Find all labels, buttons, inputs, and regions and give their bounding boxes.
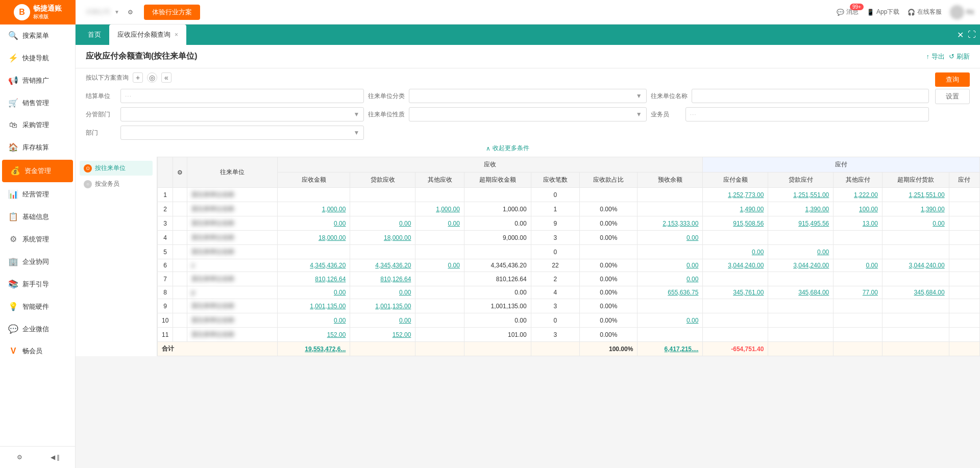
table-cell[interactable]: 0.00 [703, 245, 768, 259]
table-cell[interactable] [703, 272, 768, 286]
table-cell[interactable] [768, 328, 834, 342]
sidebar-item-enterprise[interactable]: 🏢 企业协同 [0, 251, 75, 273]
table-cell[interactable]: 0.00 [638, 272, 703, 286]
tab-active[interactable]: 应收应付余额查询 × [109, 24, 186, 45]
table-cell[interactable]: 100.00 [834, 202, 883, 216]
sidebar-item-basic[interactable]: 📋 基础信息 [0, 206, 75, 228]
app-download-button[interactable]: 📱 App下载 [867, 8, 899, 16]
sidebar-item-finance[interactable]: 💰 资金管理 [2, 160, 73, 182]
table-cell[interactable]: 345,684.00 [768, 286, 834, 299]
partner-name-input[interactable] [692, 89, 929, 103]
table-cell[interactable] [350, 245, 415, 259]
table-cell[interactable]: 1,251,551.00 [768, 188, 834, 202]
table-cell[interactable]: 18,000.00 [277, 231, 350, 245]
table-cell[interactable]: 0.00 [277, 286, 350, 299]
sidebar-item-smart[interactable]: 💡 智能硬件 [0, 295, 75, 318]
table-cell[interactable] [415, 313, 464, 328]
filter-settings-button[interactable]: ◎ [147, 72, 157, 83]
partner-nature-input[interactable]: ▼ [409, 107, 646, 121]
table-cell[interactable] [277, 188, 350, 202]
sidebar-collapse-button[interactable]: ◀ ‖ [40, 451, 71, 464]
th-settings[interactable]: ⚙ [173, 157, 187, 188]
set-button[interactable]: 设置 [935, 89, 970, 104]
filter-add-button[interactable]: + [133, 72, 143, 83]
table-cell[interactable] [415, 299, 464, 313]
dept2-input[interactable]: ▼ [120, 126, 364, 140]
export-button[interactable]: ↑ 导出 [926, 52, 945, 61]
table-cell[interactable] [415, 188, 464, 202]
table-cell[interactable]: 1,252,773.00 [703, 188, 768, 202]
table-cell[interactable]: 1,390.00 [768, 202, 834, 216]
refresh-button[interactable]: ↺ 刷新 [949, 52, 970, 61]
table-cell[interactable]: 810,126.64 [277, 272, 350, 286]
table-cell[interactable]: 345,684.00 [882, 286, 949, 299]
table-cell[interactable] [834, 328, 883, 342]
trial-button[interactable]: 体验行业方案 [144, 5, 200, 20]
table-cell[interactable] [703, 313, 768, 328]
sidebar-item-member[interactable]: V 畅会员 [0, 340, 75, 362]
table-cell[interactable] [768, 313, 834, 328]
table-cell[interactable] [703, 231, 768, 245]
table-cell[interactable]: 18,000.00 [350, 231, 415, 245]
sidebar-item-wechat[interactable]: 💬 企业微信 [0, 318, 75, 340]
table-cell[interactable] [638, 328, 703, 342]
tab-home[interactable]: 首页 [80, 24, 109, 45]
table-cell[interactable]: 0.00 [638, 231, 703, 245]
filter-collapse-toggle[interactable]: ∧ 收起更多条件 [86, 144, 929, 153]
table-cell[interactable] [834, 245, 883, 259]
user-profile[interactable]: Rit [950, 5, 974, 19]
table-cell[interactable] [768, 272, 834, 286]
table-cell[interactable]: 915,495.56 [768, 216, 834, 231]
panel-item-by-salesperson[interactable]: ○ 按业务员 [80, 177, 153, 191]
table-cell[interactable] [415, 231, 464, 245]
table-cell[interactable]: 1,000.00 [277, 202, 350, 216]
table-cell[interactable]: 13.00 [834, 216, 883, 231]
table-cell[interactable] [277, 245, 350, 259]
online-service-button[interactable]: 🎧 在线客服 [908, 8, 942, 16]
table-cell[interactable] [882, 272, 949, 286]
table-cell[interactable] [415, 272, 464, 286]
sidebar-item-sales[interactable]: 🛒 销售管理 [0, 92, 75, 114]
query-button[interactable]: 查询 [935, 72, 970, 87]
settlement-input[interactable]: ··· [120, 89, 364, 103]
table-cell[interactable] [834, 313, 883, 328]
table-cell[interactable]: 3,044,240.00 [882, 259, 949, 272]
filter-collapse-button[interactable]: « [161, 72, 172, 83]
table-cell[interactable]: 1,251,551.00 [882, 188, 949, 202]
table-cell[interactable]: 1,222.00 [834, 188, 883, 202]
table-cell[interactable]: 4,345,436.20 [350, 259, 415, 272]
sidebar-item-system[interactable]: ⚙ 系统管理 [0, 228, 75, 251]
sidebar-item-search-menu[interactable]: 🔍 搜索菜单 [0, 24, 75, 47]
table-cell[interactable] [768, 231, 834, 245]
table-cell[interactable] [834, 272, 883, 286]
table-cell[interactable]: 0.00 [638, 313, 703, 328]
total-advance[interactable]: 6,417,215.... [638, 342, 703, 356]
table-cell[interactable]: 1,490.00 [703, 202, 768, 216]
sidebar-item-guide[interactable]: 📚 新手引导 [0, 273, 75, 295]
settings-gear-button[interactable]: ⚙ [124, 5, 138, 19]
table-cell[interactable]: 0.00 [768, 245, 834, 259]
table-cell[interactable]: 1,001,135.00 [350, 299, 415, 313]
table-cell[interactable]: 345,761.00 [703, 286, 768, 299]
table-cell[interactable] [415, 286, 464, 299]
window-close-button[interactable]: ✕ [957, 30, 964, 40]
table-cell[interactable] [834, 231, 883, 245]
table-cell[interactable] [638, 202, 703, 216]
table-cell[interactable]: 0.00 [350, 313, 415, 328]
table-cell[interactable]: 77.00 [834, 286, 883, 299]
table-cell[interactable]: 0.00 [415, 216, 464, 231]
tab-close-icon[interactable]: × [175, 31, 178, 38]
table-cell[interactable]: 1,001,135.00 [277, 299, 350, 313]
sidebar-item-quick-nav[interactable]: ⚡ 快捷导航 [0, 47, 75, 69]
table-cell[interactable]: 2,153,333.00 [638, 216, 703, 231]
table-cell[interactable] [703, 299, 768, 313]
table-cell[interactable] [638, 188, 703, 202]
table-cell[interactable]: 655,636.75 [638, 286, 703, 299]
table-cell[interactable] [882, 245, 949, 259]
table-cell[interactable] [834, 299, 883, 313]
table-cell[interactable]: 0.00 [834, 259, 883, 272]
table-cell[interactable]: 3,044,240.00 [768, 259, 834, 272]
table-cell[interactable]: 0.00 [350, 216, 415, 231]
table-cell[interactable]: 0.00 [638, 259, 703, 272]
sidebar-item-purchase[interactable]: 🛍 采购管理 [0, 114, 75, 136]
